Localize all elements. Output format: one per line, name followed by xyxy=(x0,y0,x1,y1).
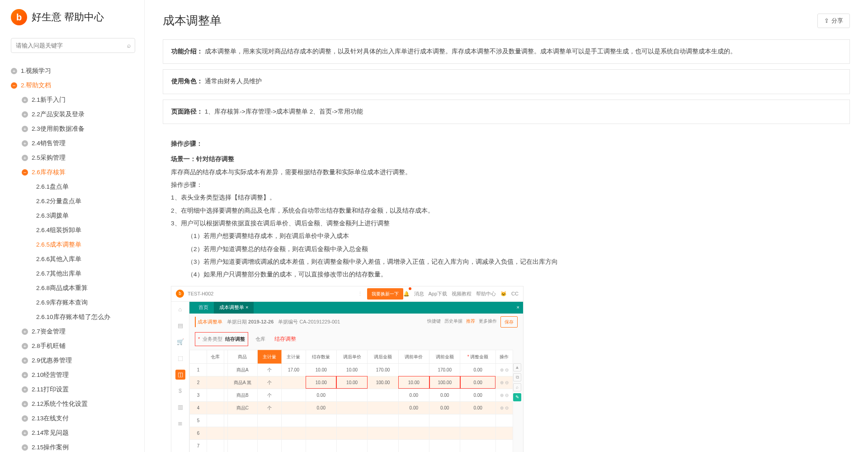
nav-l2-item[interactable]: +2.12系统个性化设置 xyxy=(11,397,135,411)
embedded-screenshot: b TEST-H002 ⋮ 我要换新一下 🔔 消息 App下载 视频教程 帮助中… xyxy=(171,286,524,452)
nav-l3-item[interactable]: 2.6.10库存账本错了怎么办 xyxy=(11,310,135,324)
ss-tab-close-all[interactable]: × xyxy=(513,302,523,313)
nav-l3-item[interactable]: 2.6.6其他入库单 xyxy=(11,252,135,266)
steps-section: 操作步骤： 场景一：针对结存调整 库存商品的结存成本与实际成本有差异，需要根据结… xyxy=(163,129,850,452)
step-item: 3、用户可以根据调整依据直接在调后单价、调后金额、调整金额列上进行调整 xyxy=(171,217,842,230)
ss-app-link[interactable]: App下载 xyxy=(429,289,448,299)
side-ok-icon[interactable]: ✎ xyxy=(513,393,521,401)
brand-logo: b xyxy=(11,9,27,25)
scenario-title: 场景一：针对结存调整 xyxy=(171,153,842,166)
side-up-icon[interactable]: ▲ xyxy=(513,363,521,371)
rail-box-icon[interactable]: ⬚ xyxy=(175,353,185,363)
ss-formrow: * 业务类型 结存调整 仓库 结存调整 xyxy=(189,330,523,350)
nav-l2-item[interactable]: +2.10经营管理 xyxy=(11,368,135,382)
step-item: 1、表头业务类型选择【结存调整】。 xyxy=(171,191,842,204)
ss-tab-active[interactable]: 成本调整单 × xyxy=(214,302,254,314)
page-title: 成本调整单 xyxy=(163,13,222,29)
sidebar: b 好生意 帮助中心 ⌕ +1.视频学习−2.帮助文档+2.1新手入门+2.2产… xyxy=(0,0,145,452)
rail-doc-icon[interactable]: ▤ xyxy=(175,321,185,331)
step-subitem: （4）如果用户只调整部分数量的成本，可以直接修改带出的结存数量。 xyxy=(187,268,842,281)
path-box: 页面路径： 1、库存核算->库存管理->成本调整单 2、首页->常用功能 xyxy=(163,100,850,124)
nav-l2-item[interactable]: +2.8手机旺铺 xyxy=(11,339,135,353)
role-label: 使用角色： xyxy=(171,78,203,85)
ss-quick[interactable]: 快捷键 xyxy=(427,316,441,328)
ss-msg-link[interactable]: 消息 xyxy=(414,289,424,299)
nav-l2-item[interactable]: +2.4销售管理 xyxy=(11,136,135,151)
nav-l1-item[interactable]: −2.帮助文档 xyxy=(11,78,135,93)
nav-l3-item[interactable]: 2.6.2分量盘点单 xyxy=(11,194,135,209)
step-subitem: （2）若用户知道调整总的结存金额，则在调后金额中录入总金额 xyxy=(187,243,842,256)
steps-subtitle: 操作步骤： xyxy=(171,179,842,191)
ss-annotation-1: 结存调整 xyxy=(274,333,296,345)
nav-l1-item[interactable]: +1.视频学习 xyxy=(11,64,135,78)
search-icon[interactable]: ⌕ xyxy=(127,42,131,49)
role-box: 使用角色： 通常由财务人员维护 xyxy=(163,69,850,94)
path-text: 1、库存核算->库存管理->成本调整单 2、首页->常用功能 xyxy=(205,108,363,115)
nav-l2-item[interactable]: +2.11打印设置 xyxy=(11,382,135,397)
steps-title: 操作步骤： xyxy=(171,138,842,150)
step-subitem: （1）若用户想要调整结存成本，则在调后单价中录入成本 xyxy=(187,230,842,243)
nav-l2-item[interactable]: +2.15操作案例 xyxy=(11,440,135,452)
nav-l3-item[interactable]: 2.6.3调拨单 xyxy=(11,209,135,223)
nav-l3-item[interactable]: 2.6.5成本调整单 xyxy=(11,238,135,252)
bc-title: 成本调整单 xyxy=(195,317,222,327)
brand-row: b 好生意 帮助中心 xyxy=(11,9,135,25)
search-input[interactable] xyxy=(11,38,135,53)
share-button[interactable]: ⇪ 分享 xyxy=(817,14,850,28)
avatar-icon[interactable]: 🐱 xyxy=(500,289,507,299)
ss-upgrade-button[interactable]: 我要换新一下 xyxy=(367,288,403,300)
ss-tabs: 首页 成本调整单 × × xyxy=(189,302,523,314)
rail-home-icon[interactable]: ⌂ xyxy=(175,305,185,314)
ss-side-icons: ▲ ⧉ ⌕ ✎ xyxy=(513,350,523,452)
intro-box: 功能介绍： 成本调整单，用来实现对商品结存成本的调整，以及针对具体的出入库单进行… xyxy=(163,39,850,64)
ss-save-button[interactable]: 保存 xyxy=(500,316,518,328)
rail-chart-icon[interactable]: ≣ xyxy=(175,419,185,428)
ss-tab-home[interactable]: 首页 xyxy=(193,302,214,314)
rail-stock-icon[interactable]: ◫ xyxy=(175,370,185,380)
rail-report-icon[interactable]: ▥ xyxy=(175,402,185,412)
ss-breadcrumb: 成本调整单 单据日期 2019-12-26 单据编号 CA-20191229-0… xyxy=(189,314,523,330)
nav-l2-item[interactable]: +2.1新手入门 xyxy=(11,93,135,107)
ss-table: 仓库商品主计量主计量结存数量调后单价调后金额调前单价调前金额* 调整金额操作1商… xyxy=(189,350,513,452)
side-link-icon[interactable]: ⌕ xyxy=(513,383,521,391)
rail-cart-icon[interactable]: 🛒 xyxy=(175,337,185,347)
path-label: 页面路径： xyxy=(171,108,203,115)
ss-logo: b xyxy=(176,290,184,298)
bell-icon[interactable]: 🔔 xyxy=(403,289,410,299)
nav-tree: +1.视频学习−2.帮助文档+2.1新手入门+2.2产品安装及登录+2.3使用前… xyxy=(11,64,135,452)
nav-l3-item[interactable]: 2.6.8商品成本重算 xyxy=(11,281,135,295)
ss-topbar: b TEST-H002 ⋮ 我要换新一下 🔔 消息 App下载 视频教程 帮助中… xyxy=(171,286,523,302)
ss-more[interactable]: 更多操作 xyxy=(479,316,497,328)
intro-label: 功能介绍： xyxy=(171,48,203,55)
side-copy-icon[interactable]: ⧉ xyxy=(513,373,521,381)
nav-l3-item[interactable]: 2.6.4组装拆卸单 xyxy=(11,223,135,238)
nav-l3-item[interactable]: 2.6.7其他出库单 xyxy=(11,266,135,281)
ss-warehouse-field[interactable]: 仓库 xyxy=(255,334,265,344)
ss-history[interactable]: 历史单据 xyxy=(444,316,462,328)
rail-money-icon[interactable]: $ xyxy=(175,386,185,396)
nav-l3-item[interactable]: 2.6.1盘点单 xyxy=(11,180,135,194)
nav-l2-item[interactable]: +2.2产品安装及登录 xyxy=(11,107,135,122)
ss-share[interactable]: 推荐 xyxy=(466,316,475,328)
nav-l2-item[interactable]: −2.6库存核算 xyxy=(11,165,135,180)
step-item: 2、在明细中选择要调整的商品及仓库，系统会自动带出结存数量和结存金额，以及结存成… xyxy=(171,205,842,217)
main-content: 成本调整单 ⇪ 分享 功能介绍： 成本调整单，用来实现对商品结存成本的调整，以及… xyxy=(145,0,868,452)
nav-l2-item[interactable]: +2.7资金管理 xyxy=(11,324,135,339)
role-text: 通常由财务人员维护 xyxy=(205,78,262,85)
share-label: 分享 xyxy=(831,17,843,25)
nav-l3-item[interactable]: 2.6.9库存账本查询 xyxy=(11,295,135,310)
brand-title: 好生意 帮助中心 xyxy=(32,10,104,24)
nav-l2-item[interactable]: +2.13在线支付 xyxy=(11,411,135,426)
intro-text: 成本调整单，用来实现对商品结存成本的调整，以及针对具体的出入库单进行成本调整。库… xyxy=(205,48,736,55)
ss-video-link[interactable]: 视频教程 xyxy=(452,289,472,299)
ss-biztype-field[interactable]: * 业务类型 结存调整 xyxy=(195,332,248,346)
step-subitem: （3）若用户知道要调增或调减的成本差值，则在调整金额中录入差值，调增录入正值，记… xyxy=(187,256,842,268)
nav-l2-item[interactable]: +2.14常见问题 xyxy=(11,426,135,440)
ss-left-rail: ⌂ ▤ 🛒 ⬚ ◫ $ ▥ ≣ xyxy=(171,302,189,452)
nav-l2-item[interactable]: +2.9优惠券管理 xyxy=(11,353,135,368)
search-box: ⌕ xyxy=(11,38,135,53)
nav-l2-item[interactable]: +2.3使用前数据准备 xyxy=(11,122,135,136)
nav-l2-item[interactable]: +2.5采购管理 xyxy=(11,151,135,165)
ss-help-link[interactable]: 帮助中心 xyxy=(476,289,496,299)
share-icon: ⇪ xyxy=(824,17,829,24)
